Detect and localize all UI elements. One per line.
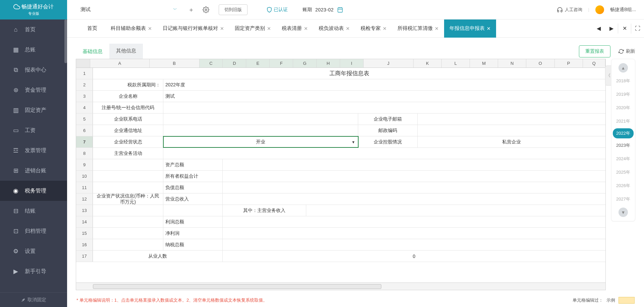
cell[interactable]: 企业电子邮箱	[358, 114, 418, 125]
avatar[interactable]	[595, 5, 604, 14]
cell[interactable]	[306, 205, 605, 216]
close-icon[interactable]: ✕	[148, 26, 152, 31]
close-icon[interactable]: ✕	[220, 26, 224, 31]
cell[interactable]	[93, 159, 163, 170]
year-option[interactable]: 2026年	[614, 179, 632, 192]
close-icon[interactable]: ✕	[487, 26, 491, 31]
year-option[interactable]: 2027年	[614, 193, 632, 206]
col-E[interactable]: E	[246, 59, 270, 68]
year-option[interactable]: 2020年	[614, 101, 632, 114]
col-N[interactable]: N	[498, 59, 526, 68]
switch-old-version-button[interactable]: 切到旧版	[219, 4, 248, 15]
add-button[interactable]: ＋	[186, 5, 196, 14]
cell[interactable]	[223, 193, 605, 205]
sidebar-item-tax[interactable]: ◉税务管理	[0, 181, 67, 201]
col-K[interactable]: K	[414, 59, 442, 68]
year-option[interactable]: 2025年	[614, 166, 632, 179]
sidebar-item-funds[interactable]: ⊛资金管理	[0, 80, 67, 100]
col-C[interactable]: C	[200, 59, 223, 68]
col-B[interactable]: B	[150, 59, 200, 68]
row-5[interactable]: 5	[76, 114, 93, 125]
sidebar-item-reports[interactable]: ⧉报表中心	[0, 60, 67, 80]
sidebar-item-salary[interactable]: ▭工资	[0, 120, 67, 140]
year-option[interactable]: 2023年	[614, 139, 632, 152]
col-A[interactable]: A	[90, 59, 150, 68]
cell[interactable]: 2022年度	[163, 79, 605, 90]
cell[interactable]: 企业经营状态	[93, 136, 163, 147]
tab-tax-fluct[interactable]: 税负波动表✕	[313, 19, 355, 38]
tab-income-tax[interactable]: 所得税汇算清缴✕	[392, 19, 444, 38]
col-P[interactable]: P	[555, 59, 583, 68]
sidebar-item-closing[interactable]: ⊟结账	[0, 201, 67, 221]
cell[interactable]	[163, 102, 605, 113]
close-icon[interactable]: ✕	[383, 26, 387, 31]
row-14[interactable]: 14	[76, 216, 93, 227]
cell[interactable]: 0	[223, 251, 605, 262]
cell[interactable]: 邮政编码	[358, 125, 418, 136]
reset-report-button[interactable]: 重置报表	[579, 45, 610, 57]
year-up-button[interactable]: ▲	[619, 63, 628, 73]
year-option[interactable]: 2019年	[614, 88, 632, 101]
cell[interactable]: 从业人数	[93, 251, 223, 262]
row-10[interactable]: 10	[76, 171, 93, 182]
cell[interactable]	[163, 125, 358, 136]
fullscreen-button[interactable]: ⛶	[631, 19, 644, 38]
cell[interactable]: 企业控股情况	[358, 136, 418, 147]
username[interactable]: 畅捷通B组...	[610, 7, 636, 13]
tab-tax-list[interactable]: 税表清册✕	[276, 19, 313, 38]
tab-annual-report[interactable]: 年报信息申报表✕	[444, 19, 496, 38]
col-O[interactable]: O	[526, 59, 554, 68]
year-down-button[interactable]: ▼	[619, 208, 628, 217]
row-15[interactable]: 15	[76, 228, 93, 239]
refresh-button[interactable]: 刷新	[619, 48, 635, 54]
col-I[interactable]: I	[340, 59, 364, 68]
year-option[interactable]: 2024年	[614, 152, 632, 165]
col-G[interactable]: G	[293, 59, 317, 68]
tab-asset-cat[interactable]: 固定资产类别✕	[229, 19, 276, 38]
cell[interactable]: 企业资产状况信息(币种：人民币万元)	[93, 193, 163, 205]
close-icon[interactable]: ✕	[304, 26, 308, 31]
cell[interactable]: 企业联系电话	[93, 114, 163, 125]
subtab-basic[interactable]: 基础信息	[76, 44, 109, 59]
col-J[interactable]: J	[364, 59, 414, 68]
cell[interactable]	[163, 148, 605, 159]
sidebar-item-home[interactable]: ⌂首页	[0, 19, 67, 40]
sidebar-item-invoice[interactable]: ☲发票管理	[0, 140, 67, 161]
tab-close-all[interactable]: ✕	[618, 19, 631, 38]
cell[interactable]: 主营业务活动	[93, 148, 163, 159]
tab-scroll-left[interactable]: ◀	[592, 19, 605, 38]
year-rail-collapse[interactable]: 《	[605, 65, 611, 86]
row-1[interactable]: 1	[76, 68, 93, 79]
cell[interactable]: 净利润	[163, 228, 223, 239]
row-2[interactable]: 2	[76, 79, 93, 90]
col-H[interactable]: H	[317, 59, 340, 68]
sidebar-item-inventory[interactable]: ⊞进销台账	[0, 161, 67, 181]
close-icon[interactable]: ✕	[435, 26, 439, 31]
row-4[interactable]: 4	[76, 102, 93, 113]
tab-scroll-right[interactable]: ▶	[605, 19, 618, 38]
tab-tax-expert[interactable]: 税检专家✕	[355, 19, 392, 38]
row-3[interactable]: 3	[76, 91, 93, 102]
cell[interactable]	[223, 171, 605, 182]
cell[interactable]	[223, 182, 605, 193]
year-option[interactable]: 2021年	[614, 115, 632, 128]
row-13[interactable]: 13	[76, 205, 93, 216]
unpin-sidebar-button[interactable]: 取消固定	[0, 292, 67, 307]
cell[interactable]: 企业名称	[93, 91, 163, 102]
col-M[interactable]: M	[470, 59, 498, 68]
grid-body[interactable]: 1工商年报信息表 2税款所属期间：2022年度 3企业名称测试 4注册号/统一社…	[76, 68, 605, 282]
cell[interactable]	[223, 239, 605, 250]
corner-cell[interactable]	[76, 59, 90, 68]
cell[interactable]: 纳税总额	[163, 239, 223, 250]
status-dropdown[interactable]: 开业▼	[163, 136, 358, 147]
horizontal-scrollbar[interactable]	[76, 282, 605, 290]
cell[interactable]: 税款所属期间：	[93, 79, 163, 90]
col-F[interactable]: F	[270, 59, 293, 68]
tab-home[interactable]: 首页	[82, 19, 105, 38]
cell[interactable]	[418, 114, 605, 125]
cell[interactable]	[223, 159, 605, 170]
sidebar-item-guide[interactable]: ▶新手引导	[0, 261, 67, 281]
year-option-active[interactable]: 2022年	[613, 128, 634, 138]
company-selector[interactable]: 测试 ﹀	[80, 6, 181, 13]
row-12[interactable]: 12	[76, 193, 93, 205]
